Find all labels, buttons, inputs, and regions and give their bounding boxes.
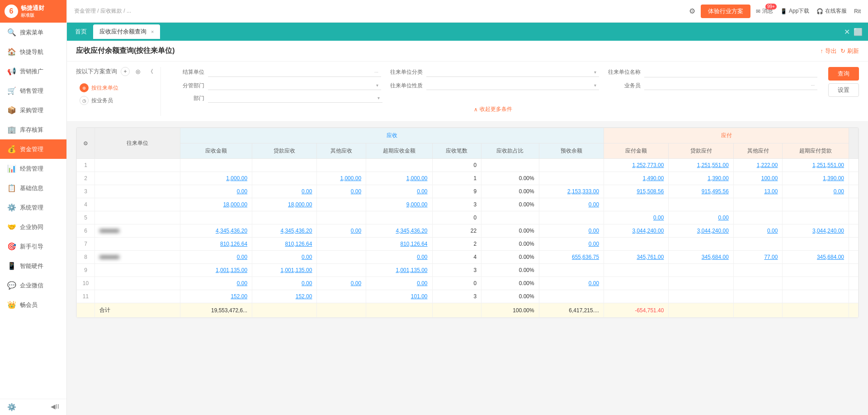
sidebar-item-inventory[interactable]: 🏢 库存核算 bbox=[0, 120, 66, 139]
data-cell[interactable]: 915,495.56 bbox=[669, 185, 733, 198]
data-cell[interactable]: 4,345,436.20 bbox=[180, 224, 252, 238]
settings-button[interactable]: 设置 bbox=[828, 83, 859, 97]
data-cell[interactable]: 0.00 bbox=[539, 224, 604, 238]
data-cell[interactable]: 0.00 bbox=[539, 238, 604, 251]
sidebar-item-system[interactable]: ⚙️ 系统管理 bbox=[0, 198, 66, 217]
sidebar-item-purchase[interactable]: 📦 采购管理 bbox=[0, 100, 66, 120]
sidebar-item-wechat[interactable]: 💬 企业微信 bbox=[0, 276, 66, 295]
sidebar-item-operation[interactable]: 📊 经营管理 bbox=[0, 159, 66, 178]
data-cell[interactable]: 810,126.64 bbox=[366, 238, 432, 251]
data-cell[interactable]: 0.00 bbox=[180, 251, 252, 264]
sidebar-item-finance[interactable]: 💰 资金管理 bbox=[0, 139, 66, 159]
data-cell[interactable]: 0.00 bbox=[317, 224, 366, 238]
query-button[interactable]: 查询 bbox=[828, 67, 859, 81]
app-download-link[interactable]: 📱 App下载 bbox=[780, 7, 809, 15]
data-cell[interactable]: 0.00 bbox=[317, 277, 366, 290]
data-cell[interactable]: 0.00 bbox=[539, 198, 604, 211]
data-cell[interactable]: 1,252,773.00 bbox=[604, 159, 669, 172]
solution-button[interactable]: 体验行业方案 bbox=[701, 5, 750, 18]
data-cell[interactable]: 0.00 bbox=[783, 185, 849, 198]
sidebar-item-marketing[interactable]: 📢 营销推广 bbox=[0, 62, 66, 81]
data-cell[interactable]: 3,044,240.00 bbox=[783, 224, 849, 238]
data-cell[interactable]: 1,000.00 bbox=[366, 172, 432, 185]
partner-category-select[interactable]: ▾ bbox=[426, 68, 599, 77]
data-cell[interactable]: 0.00 bbox=[366, 277, 432, 290]
data-cell[interactable]: 0.00 bbox=[252, 251, 317, 264]
data-cell[interactable]: 2,153,333.00 bbox=[539, 185, 604, 198]
data-cell[interactable]: 13.00 bbox=[733, 185, 783, 198]
filter-target-icon[interactable]: ◎ bbox=[133, 67, 142, 76]
dept-select[interactable]: ▾ bbox=[208, 94, 382, 103]
online-service-link[interactable]: 🎧 在线客服 bbox=[816, 7, 847, 15]
data-cell[interactable]: 1,390.00 bbox=[783, 172, 849, 185]
data-cell[interactable]: 100.00 bbox=[733, 172, 783, 185]
data-cell[interactable]: 18,000.00 bbox=[252, 198, 317, 211]
data-cell[interactable]: 1,000.00 bbox=[317, 172, 366, 185]
sidebar-item-guide[interactable]: 🎯 新手引导 bbox=[0, 237, 66, 256]
sidebar-item-hardware[interactable]: 📱 智能硬件 bbox=[0, 256, 66, 276]
data-cell[interactable]: 0.00 bbox=[317, 185, 366, 198]
data-cell[interactable]: 0.00 bbox=[733, 224, 783, 238]
data-cell[interactable]: 0.00 bbox=[604, 211, 669, 224]
data-cell[interactable]: 345,761.00 bbox=[604, 251, 669, 264]
data-cell[interactable]: 77.00 bbox=[733, 251, 783, 264]
scheme-by-salesperson[interactable]: ◷ 按业务员 bbox=[76, 94, 155, 107]
data-cell[interactable]: 1,001,135.00 bbox=[180, 264, 252, 277]
data-cell[interactable]: 0.00 bbox=[180, 277, 252, 290]
data-cell[interactable]: 345,684.00 bbox=[669, 251, 733, 264]
collapse-more-button[interactable]: ∧ 收起更多条件 bbox=[168, 103, 817, 116]
data-cell[interactable]: 4,345,436.20 bbox=[252, 224, 317, 238]
scheme-by-partner[interactable]: ⊕ 按往来单位 bbox=[76, 81, 155, 94]
sidebar-item-sales[interactable]: 🛒 销售管理 bbox=[0, 81, 66, 100]
sidebar-item-quick[interactable]: 🏠 快捷导航 bbox=[0, 42, 66, 62]
data-cell[interactable]: 0.00 bbox=[366, 185, 432, 198]
sidebar-item-corp[interactable]: 🤝 企业协同 bbox=[0, 217, 66, 237]
salesperson-select[interactable]: ··· bbox=[644, 81, 817, 90]
data-cell[interactable]: 810,126.64 bbox=[252, 238, 317, 251]
data-cell[interactable]: 3,044,240.00 bbox=[669, 224, 733, 238]
sidebar-item-basic[interactable]: 📋 基础信息 bbox=[0, 178, 66, 198]
partner-nature-select[interactable]: ▾ bbox=[426, 81, 599, 90]
gear-icon[interactable]: ⚙ bbox=[689, 7, 695, 15]
table-settings-icon[interactable]: ⚙ bbox=[83, 140, 88, 147]
data-cell[interactable]: 1,001,135.00 bbox=[252, 264, 317, 277]
data-cell[interactable]: 1,490.00 bbox=[604, 172, 669, 185]
data-cell[interactable]: 0.00 bbox=[180, 185, 252, 198]
data-cell[interactable]: 0.00 bbox=[252, 185, 317, 198]
data-cell[interactable]: 0.00 bbox=[539, 277, 604, 290]
partner-name-input[interactable] bbox=[644, 67, 817, 77]
data-cell[interactable]: 1,251,551.00 bbox=[783, 159, 849, 172]
data-cell[interactable]: 1,222.00 bbox=[733, 159, 783, 172]
data-cell[interactable]: 0.00 bbox=[366, 251, 432, 264]
filter-add-button[interactable]: + bbox=[121, 67, 130, 76]
tab-expand-icon[interactable]: ⬜ bbox=[854, 28, 863, 36]
data-cell[interactable]: 9,000.00 bbox=[366, 198, 432, 211]
data-cell[interactable]: 152.00 bbox=[252, 290, 317, 303]
message-button[interactable]: ✉ 消息 99+ bbox=[756, 7, 773, 15]
tab-query[interactable]: 应收应付余额查询 × bbox=[93, 24, 160, 39]
sidebar-item-member[interactable]: 👑 畅会员 bbox=[0, 295, 66, 315]
data-cell[interactable]: 4,345,436.20 bbox=[366, 224, 432, 238]
data-cell[interactable]: 655,636.75 bbox=[539, 251, 604, 264]
settlement-unit-input[interactable]: ··· bbox=[208, 68, 381, 77]
tab-close-window-icon[interactable]: ✕ bbox=[844, 28, 850, 36]
refresh-button[interactable]: ↻ 刷新 bbox=[840, 47, 859, 55]
data-cell[interactable]: 0.00 bbox=[252, 277, 317, 290]
data-cell[interactable]: 915,508.56 bbox=[604, 185, 669, 198]
data-cell[interactable]: 345,684.00 bbox=[783, 251, 849, 264]
data-cell[interactable]: 0.00 bbox=[669, 211, 733, 224]
data-cell[interactable]: 1,251,551.00 bbox=[669, 159, 733, 172]
data-cell[interactable]: 1,001,135.00 bbox=[366, 264, 432, 277]
data-cell[interactable]: 18,000.00 bbox=[180, 198, 252, 211]
export-button[interactable]: ↑ 导出 bbox=[821, 47, 837, 55]
data-cell[interactable]: 3,044,240.00 bbox=[604, 224, 669, 238]
data-cell[interactable]: 1,000.00 bbox=[180, 172, 252, 185]
tab-close-icon[interactable]: × bbox=[151, 29, 154, 34]
sidebar-item-search[interactable]: 🔍 搜索菜单 bbox=[0, 23, 66, 42]
data-cell[interactable]: 152.00 bbox=[180, 290, 252, 303]
data-cell[interactable]: 810,126.64 bbox=[180, 238, 252, 251]
data-cell[interactable]: 101.00 bbox=[366, 290, 432, 303]
data-cell[interactable]: 1,390.00 bbox=[669, 172, 733, 185]
filter-collapse-icon[interactable]: 《 bbox=[146, 67, 155, 76]
branch-dept-select[interactable]: ▾ bbox=[208, 81, 381, 90]
